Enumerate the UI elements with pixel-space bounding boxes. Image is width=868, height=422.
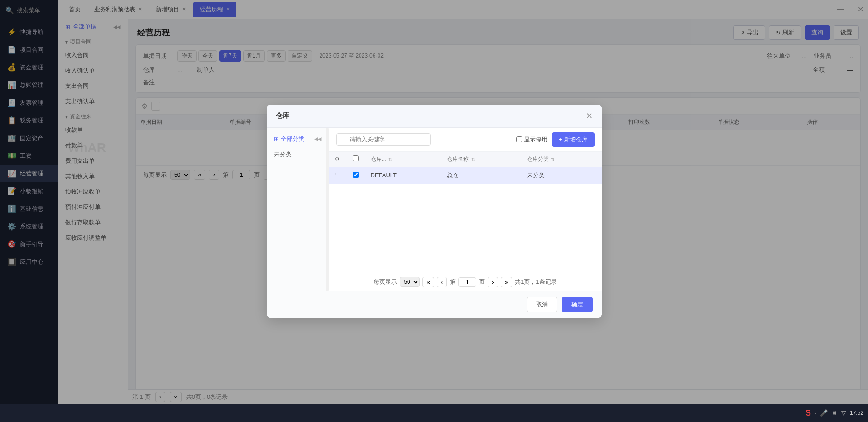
modal-left-all-label: 全部分类 [281, 135, 304, 143]
modal-left-item-unclassified[interactable]: 未分类 [267, 147, 329, 162]
modal-footer: 取消 确定 [267, 291, 602, 318]
show-disabled-wrap: 显示停用 [516, 136, 547, 144]
sort-icon-category: ⇅ [551, 157, 555, 162]
gear-icon-col: ⚙ [335, 156, 340, 162]
table-check-all[interactable] [353, 155, 359, 161]
row-checkbox[interactable] [353, 172, 359, 178]
col-settings: ⚙ [329, 152, 347, 167]
row-name-cell: 总仓 [441, 167, 522, 184]
modal-title: 仓库 [276, 112, 289, 120]
modal-last-btn[interactable]: » [501, 277, 512, 287]
col-checkbox [347, 152, 365, 167]
taskbar-logo-icon: S [806, 408, 811, 418]
warehouse-modal: 仓库 ✕ ⊞ 全部分类 ◀◀ 未分类 [267, 105, 602, 318]
taskbar-dot-icon: · [815, 409, 816, 417]
modal-close-button[interactable]: ✕ [586, 111, 593, 121]
row-checkbox-cell [347, 167, 365, 184]
sort-icon-code: ⇅ [388, 157, 392, 162]
sort-icon-name: ⇅ [471, 157, 475, 162]
modal-page-suffix: 页 [479, 278, 485, 286]
col-warehouse-code[interactable]: 仓库... ⇅ [365, 152, 442, 167]
confirm-button[interactable]: 确定 [562, 297, 593, 312]
modal-right-panel: 🔍 显示停用 + 新增仓库 [329, 128, 602, 291]
col-warehouse-category[interactable]: 仓库分类 ⇅ [522, 152, 602, 167]
modal-next-btn[interactable]: › [488, 277, 498, 287]
modal-header: 仓库 ✕ [267, 105, 602, 128]
search-wrapper: 🔍 [336, 133, 512, 146]
modal-table: ⚙ 仓库... ⇅ 仓库名称 [329, 152, 602, 184]
modal-toolbar: 🔍 显示停用 + 新增仓库 [329, 128, 602, 152]
modal-body: ⊞ 全部分类 ◀◀ 未分类 🔍 [267, 128, 602, 291]
modal-page-label: 第 [450, 278, 456, 286]
modal-prev-btn[interactable]: ‹ [437, 277, 447, 287]
col-warehouse-name[interactable]: 仓库名称 ⇅ [441, 152, 522, 167]
show-disabled-label: 显示停用 [524, 136, 547, 144]
row-code-cell: DEFAULT [365, 167, 442, 184]
modal-page-input[interactable] [458, 277, 476, 287]
add-warehouse-label: 新增仓库 [564, 136, 588, 144]
cancel-button[interactable]: 取消 [527, 297, 557, 312]
modal-collapse-btn[interactable]: ◀◀ [314, 136, 321, 142]
add-warehouse-button[interactable]: + 新增仓库 [552, 132, 595, 147]
modal-table-wrap: ⚙ 仓库... ⇅ 仓库名称 [329, 152, 602, 273]
table-row[interactable]: 1 DEFAULT 总仓 未分类 [329, 167, 602, 184]
modal-pagination: 每页显示 50 « ‹ 第 页 › » 共1页，1条记录 [329, 273, 602, 291]
taskbar: S · 🎤 🖥 ▽ 17:52 [0, 404, 868, 422]
plus-icon: + [559, 136, 562, 143]
row-category-cell: 未分类 [522, 167, 602, 184]
row-settings-cell: 1 [329, 167, 347, 184]
modal-left-panel: ⊞ 全部分类 ◀◀ 未分类 [267, 128, 329, 291]
modal-search-input[interactable] [336, 133, 431, 146]
modal-left-scrollbar[interactable] [326, 128, 329, 291]
taskbar-mic-icon: 🎤 [820, 409, 828, 417]
modal-first-btn[interactable]: « [422, 277, 434, 287]
modal-left-all[interactable]: ⊞ 全部分类 ◀◀ [267, 131, 329, 147]
modal-total: 共1页，1条记录 [515, 278, 556, 286]
show-disabled-checkbox[interactable] [516, 136, 522, 142]
taskbar-filter-icon: ▽ [841, 409, 846, 417]
modal-per-page-select[interactable]: 50 [400, 277, 420, 287]
taskbar-screen-icon: 🖥 [831, 409, 838, 417]
taskbar-time: 17:52 [850, 410, 863, 416]
modal-per-page-label: 每页显示 [374, 278, 397, 286]
grid-icon-modal: ⊞ [274, 136, 279, 142]
modal-left-unclassified-label: 未分类 [274, 151, 292, 158]
modal-overlay: 仓库 ✕ ⊞ 全部分类 ◀◀ 未分类 [0, 0, 868, 422]
taskbar-icons: S · 🎤 🖥 ▽ 17:52 [806, 408, 863, 418]
